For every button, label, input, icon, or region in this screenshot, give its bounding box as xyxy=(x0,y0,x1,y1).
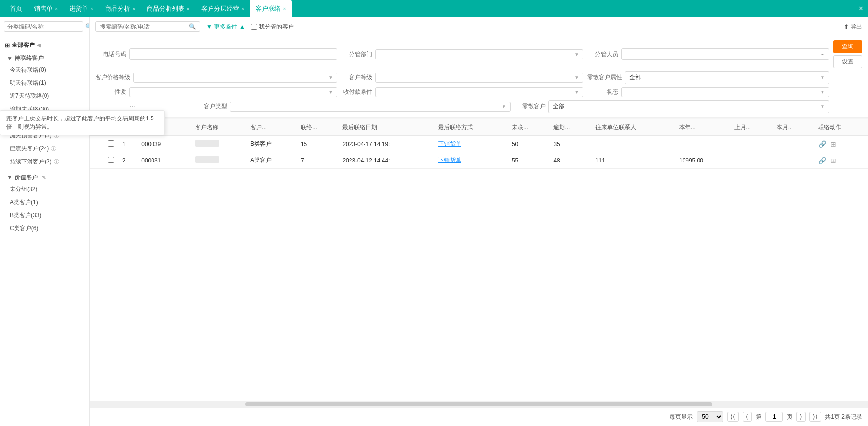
cell-check-2[interactable] xyxy=(104,152,119,169)
cell-type-1: B类客户 xyxy=(246,136,297,152)
more-action-icon-2[interactable]: ⊞ xyxy=(830,157,836,164)
select-manager[interactable]: ··· xyxy=(621,48,829,60)
cell-this-year-2: 10995.00 xyxy=(675,152,731,169)
nav-tab-product-analysis-list[interactable]: 商品分析列表 × xyxy=(141,0,195,17)
content-area: 🔍 ▼ 更多条件 ▲ 我分管的客户 ⬆ 导出 电话号码 xyxy=(90,17,868,426)
select-price-grade[interactable]: ▼ xyxy=(133,73,337,83)
col-header-this-month[interactable]: 本月... xyxy=(773,119,815,136)
filter-row-3: 性质 ▼ 收付款条件 ▼ 状态 xyxy=(95,87,862,97)
grid-icon: ⊞ xyxy=(5,42,10,49)
col-header-last-date[interactable]: 最后联络日期 xyxy=(338,119,434,136)
cell-gear-1 xyxy=(90,136,104,152)
select-retail-attr[interactable]: 全部 ▼ xyxy=(625,71,829,84)
close-customer-contact-tab-icon[interactable]: × xyxy=(283,0,286,17)
more-conditions-button[interactable]: ▼ 更多条件 ▲ xyxy=(206,23,245,31)
input-phone[interactable] xyxy=(129,48,337,60)
close-customer-tier-tab-icon[interactable]: × xyxy=(241,0,244,17)
page-number-input[interactable] xyxy=(765,412,783,422)
col-header-uncontacted[interactable]: 未联... xyxy=(508,119,550,136)
filter-payment: 收付款条件 ▼ xyxy=(341,87,583,97)
chevron-down-icon-value: ▼ xyxy=(7,174,13,181)
col-header-name[interactable]: 客户名称 xyxy=(191,119,246,136)
query-button[interactable]: 查询 xyxy=(833,40,862,53)
close-product-analysis-tab-icon[interactable]: × xyxy=(132,0,135,17)
chevron-up-icon: ▲ xyxy=(239,23,245,30)
contact-icon-1[interactable]: 🔗 xyxy=(818,140,826,148)
sidebar-item-c-class[interactable]: C类客户(6) xyxy=(0,222,89,235)
last-page-button[interactable]: ⟩⟩ xyxy=(809,412,821,422)
next-page-button[interactable]: ⟩ xyxy=(796,412,806,422)
sidebar-item-7day-contact[interactable]: 近7天待联络(0) xyxy=(0,89,89,103)
main-search-input[interactable] xyxy=(100,23,187,30)
per-page-label: 每页显示 xyxy=(670,413,693,421)
sidebar-item-tomorrow-contact[interactable]: 明天待联络(1) xyxy=(0,76,89,89)
cell-check-1[interactable] xyxy=(104,136,119,152)
total-label: 共1页 2条记录 xyxy=(825,413,862,421)
sidebar-item-today-contact[interactable]: 今天待联络(0) xyxy=(0,63,89,76)
col-header-last-month[interactable]: 上月... xyxy=(731,119,773,136)
sidebar-search-input[interactable] xyxy=(4,21,83,32)
horizontal-scrollbar[interactable] xyxy=(90,401,868,407)
cell-last-month-1 xyxy=(731,136,773,152)
close-product-list-tab-icon[interactable]: × xyxy=(186,0,189,17)
label-phone: 电话号码 xyxy=(95,50,129,59)
sidebar-item-ungrouped[interactable]: 未分组(32) xyxy=(0,183,89,196)
sidebar-item-a-class[interactable]: A类客户(1) xyxy=(0,196,89,209)
cell-last-method-1[interactable]: 下销货单 xyxy=(434,136,508,152)
col-header-type[interactable]: 客户... xyxy=(246,119,297,136)
more-action-icon-1[interactable]: ⊞ xyxy=(830,140,836,148)
sidebar-item-declining[interactable]: 持续下滑客户(2) ⓘ xyxy=(0,155,89,168)
close-purchase-tab-icon[interactable]: × xyxy=(90,0,93,17)
row-checkbox-1[interactable] xyxy=(108,140,114,147)
my-customer-checkbox[interactable] xyxy=(251,24,257,30)
scrollbar-thumb[interactable] xyxy=(245,402,713,406)
nav-tab-purchase[interactable]: 进货单 × xyxy=(63,0,99,17)
window-close-button[interactable]: × xyxy=(859,4,863,13)
filter-row-2: 客户价格等级 ▼ 客户等级 ▼ 零散客户属性 全部 xyxy=(95,71,862,84)
cell-last-method-2[interactable]: 下销货单 xyxy=(434,152,508,169)
label-customer-grade: 客户等级 xyxy=(341,73,375,82)
sidebar-all-customers[interactable]: ⊞ 全部客户 ◀ xyxy=(0,38,89,52)
nav-tab-product-analysis[interactable]: 商品分析 × xyxy=(99,0,141,17)
sidebar-group-value-customers[interactable]: ▼ 价值客户 ✎ xyxy=(0,172,89,183)
row-checkbox-2[interactable] xyxy=(108,157,114,163)
nav-tab-home[interactable]: 首页 xyxy=(4,0,28,17)
cell-last-date-2: 2023-04-12 14:44: xyxy=(338,152,434,169)
edit-icon-group[interactable]: ✎ xyxy=(42,175,46,180)
col-header-contact[interactable]: 联络... xyxy=(297,119,339,136)
col-header-this-year[interactable]: 本年... xyxy=(675,119,731,136)
select-nature[interactable]: ▼ xyxy=(129,87,337,97)
select-customer-type[interactable]: ▼ xyxy=(230,102,511,112)
per-page-select[interactable]: 50 20 100 xyxy=(697,411,723,422)
nav-tab-customer-tier[interactable]: 客户分层经营 × xyxy=(196,0,250,17)
filter-retail-attr: 零散客户属性 全部 ▼ xyxy=(587,71,829,84)
cell-uncontacted-2: 55 xyxy=(508,152,550,169)
select-retail-customer[interactable]: 全部 ▼ xyxy=(548,100,829,113)
sidebar-item-churned[interactable]: 已流失客户(24) ⓘ xyxy=(0,142,89,155)
select-payment[interactable]: ▼ xyxy=(375,87,583,97)
prev-page-button[interactable]: ⟨ xyxy=(743,412,752,422)
nav-tab-customer-contact[interactable]: 客户联络 × xyxy=(250,0,291,17)
nav-tab-sales[interactable]: 销售单 × xyxy=(28,0,63,17)
col-header-company-contact[interactable]: 往来单位联系人 xyxy=(592,119,675,136)
col-header-overdue[interactable]: 逾期... xyxy=(549,119,592,136)
my-customer-checkbox-wrap[interactable]: 我分管的客户 xyxy=(251,23,294,31)
filter-retail-customer: 零散客户 全部 ▼ xyxy=(515,100,829,113)
select-customer-grade[interactable]: ▼ xyxy=(375,73,583,83)
first-page-button[interactable]: ⟨⟨ xyxy=(727,412,739,422)
col-header-action: 联络动作 xyxy=(814,119,868,136)
contact-icon-2[interactable]: 🔗 xyxy=(818,157,826,164)
export-button[interactable]: ⬆ 导出 xyxy=(844,23,862,31)
main-search-icon[interactable]: 🔍 xyxy=(189,23,196,30)
close-sales-tab-icon[interactable]: × xyxy=(55,0,58,17)
sidebar-search-icon[interactable]: 🔍 xyxy=(85,23,90,30)
sidebar-group-pending[interactable]: ▼ 待联络客户 xyxy=(0,52,89,63)
col-header-last-method[interactable]: 最后联络方式 xyxy=(434,119,508,136)
name-placeholder-2 xyxy=(195,156,219,163)
setting-button[interactable]: 设置 xyxy=(833,55,862,68)
sidebar-item-b-class[interactable]: B类客户(33) xyxy=(0,209,89,222)
select-status[interactable]: ▼ xyxy=(621,87,829,97)
select-department[interactable]: ▼ xyxy=(375,49,583,59)
cell-this-month-1 xyxy=(773,136,815,152)
more-dots-icon[interactable]: ··· xyxy=(129,103,136,111)
